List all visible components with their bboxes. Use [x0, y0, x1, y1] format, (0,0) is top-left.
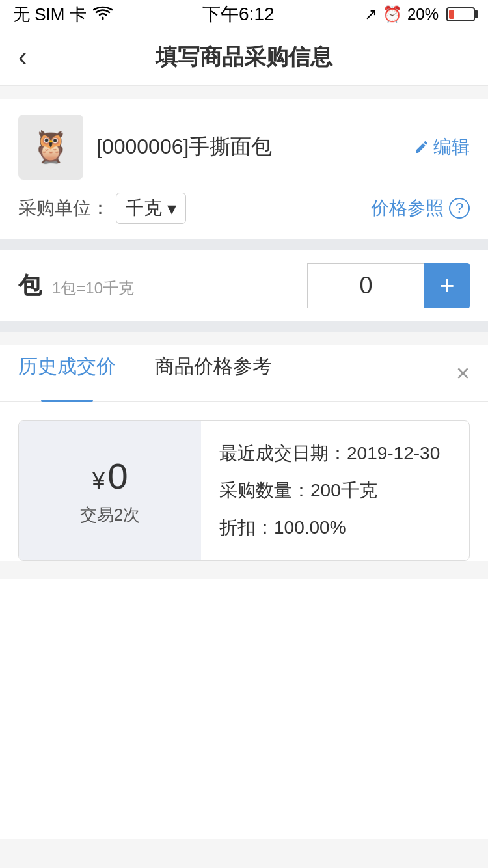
product-name: [0000006]手撕面包 — [96, 133, 272, 161]
quantity-value-display[interactable]: 0 — [307, 263, 424, 308]
wifi-icon — [93, 5, 113, 25]
price-amount: 0 — [107, 455, 128, 496]
alarm-icon: ⏰ — [383, 5, 402, 23]
quantity-unit-label: 包 — [18, 270, 42, 302]
dropdown-chevron-icon: ▾ — [167, 198, 176, 219]
status-time: 下午6:12 — [202, 2, 275, 27]
bottom-area — [0, 579, 488, 839]
location-icon: ↗ — [364, 5, 377, 23]
status-right: ↗ ⏰ 20% — [364, 5, 475, 23]
tabs-section: 历史成交价 商品价格参考 × ¥0 交易2次 最近成交日期：2019-12-30… — [0, 345, 488, 561]
price-ref-help-icon: ? — [449, 198, 470, 219]
quantity-label: 采购数量： — [219, 480, 310, 500]
status-left: 无 SIM 卡 — [13, 3, 113, 26]
quantity-value: 200千克 — [310, 480, 377, 500]
quantity-plus-button[interactable]: + — [424, 263, 470, 308]
recent-date-row: 最近成交日期：2019-12-30 — [219, 441, 451, 466]
quantity-label-group: 包 1包=10千克 — [18, 270, 134, 302]
tab-price-reference[interactable]: 商品价格参考 — [155, 345, 272, 402]
product-image: 🦉 — [18, 115, 83, 180]
unit-value: 千克 — [126, 196, 162, 221]
tabs-list: 历史成交价 商品价格参考 — [18, 345, 272, 402]
product-card: 🦉 [0000006]手撕面包 编辑 采购单位： 千克 ▾ 价格参照 ? — [0, 99, 488, 239]
page-title: 填写商品采购信息 — [156, 42, 332, 72]
quantity-row: 包 1包=10千克 0 + — [0, 250, 488, 321]
battery-icon — [446, 7, 475, 21]
tab-historical-label: 历史成交价 — [18, 353, 116, 380]
edit-button[interactable]: 编辑 — [414, 135, 470, 159]
recent-date-value: 2019-12-30 — [347, 443, 440, 463]
section-divider — [0, 239, 488, 250]
unit-group: 采购单位： 千克 ▾ — [18, 193, 186, 224]
purchase-quantity-row: 采购数量：200千克 — [219, 478, 451, 503]
back-button[interactable]: ‹ — [18, 42, 27, 72]
unit-select-dropdown[interactable]: 千克 ▾ — [116, 193, 186, 224]
status-bar: 无 SIM 卡 下午6:12 ↗ ⏰ 20% — [0, 0, 488, 29]
price-card-right: 最近成交日期：2019-12-30 采购数量：200千克 折扣：100.00% — [201, 421, 469, 560]
price-display: ¥0 — [92, 455, 128, 497]
quantity-input-group: 0 + — [307, 263, 470, 308]
discount-label: 折扣： — [219, 517, 274, 537]
recent-date-label: 最近成交日期： — [219, 443, 347, 463]
tabs-close-button[interactable]: × — [456, 360, 470, 387]
product-header: 🦉 [0000006]手撕面包 编辑 — [18, 115, 470, 180]
tab-historical-price[interactable]: 历史成交价 — [18, 345, 116, 402]
product-info: 🦉 [0000006]手撕面包 — [18, 115, 272, 180]
product-thumbnail-icon: 🦉 — [31, 129, 70, 165]
price-card-left: ¥0 交易2次 — [19, 421, 201, 560]
discount-value: 100.00% — [274, 517, 346, 537]
trades-count: 交易2次 — [80, 504, 140, 526]
nav-bar: ‹ 填写商品采购信息 — [0, 29, 488, 86]
carrier-text: 无 SIM 卡 — [13, 3, 87, 26]
product-unit-row: 采购单位： 千克 ▾ 价格参照 ? — [18, 193, 470, 224]
price-card: ¥0 交易2次 最近成交日期：2019-12-30 采购数量：200千克 折扣：… — [18, 420, 470, 561]
tab-price-ref-label: 商品价格参考 — [155, 353, 272, 380]
edit-label: 编辑 — [433, 135, 470, 159]
battery-percent: 20% — [407, 5, 439, 23]
quantity-conversion-text: 1包=10千克 — [52, 278, 134, 299]
unit-label: 采购单位： — [18, 196, 109, 221]
price-ref-label: 价格参照 — [371, 196, 444, 221]
price-reference-button[interactable]: 价格参照 ? — [371, 196, 470, 221]
currency-symbol: ¥ — [92, 467, 105, 494]
tabs-header: 历史成交价 商品价格参考 × — [0, 345, 488, 402]
edit-icon — [414, 139, 429, 155]
section-divider-2 — [0, 321, 488, 332]
discount-row: 折扣：100.00% — [219, 515, 451, 540]
